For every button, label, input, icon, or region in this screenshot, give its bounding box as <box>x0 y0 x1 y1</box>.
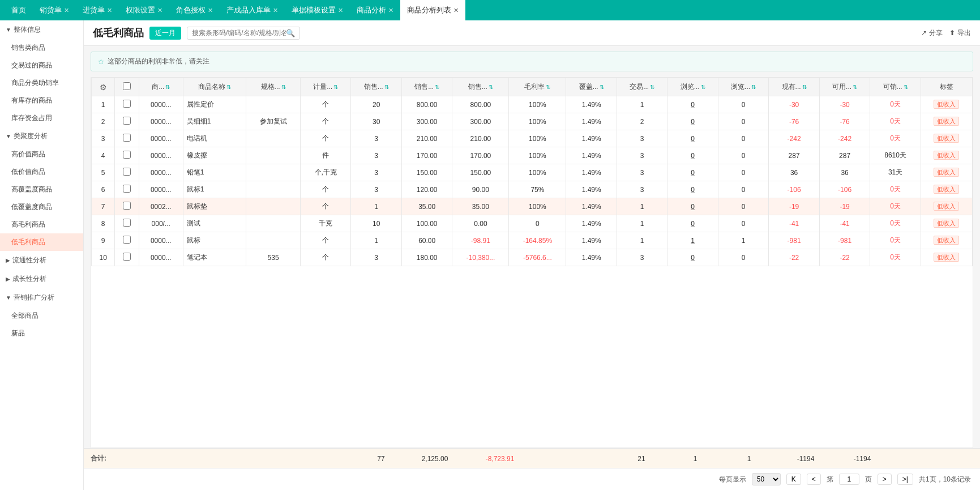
page-number-input[interactable] <box>839 474 859 485</box>
sidebar-item-high-margin[interactable]: 高毛利商品 <box>0 216 83 233</box>
row-checkbox[interactable] <box>115 215 139 232</box>
last-page-button[interactable]: >| <box>897 474 913 485</box>
close-icon[interactable]: ✕ <box>208 7 213 14</box>
col-code[interactable]: 商...⇅ <box>139 78 183 96</box>
total-profit: -8,723.91 <box>474 455 525 463</box>
row-checkbox[interactable] <box>115 249 139 266</box>
sidebar-item-capital[interactable]: 库存资金占用 <box>0 109 83 127</box>
col-settings[interactable]: ⚙ <box>92 78 115 96</box>
col-name[interactable]: 商品名称⇅ <box>183 78 246 96</box>
row-checkbox[interactable] <box>115 232 139 249</box>
sidebar-item-high-value[interactable]: 高价值商品 <box>0 146 83 163</box>
close-icon[interactable]: ✕ <box>453 7 459 14</box>
top-navigation: 首页 销货单 ✕ 进货单 ✕ 权限设置 ✕ 角色授权 ✕ 产成品入库单 ✕ 单据… <box>0 0 980 20</box>
nav-permission[interactable]: 权限设置 ✕ <box>119 0 169 20</box>
row-view1[interactable]: 1 <box>667 232 718 249</box>
select-all-checkbox[interactable] <box>123 82 131 90</box>
sidebar-section-marketing[interactable]: ▼ 营销推广分析 <box>0 288 83 307</box>
nav-home[interactable]: 首页 <box>5 0 33 20</box>
row-select-checkbox[interactable] <box>123 236 131 244</box>
row-select-checkbox[interactable] <box>123 151 131 159</box>
row-checkbox[interactable] <box>115 181 139 198</box>
row-checkbox[interactable] <box>115 147 139 164</box>
close-icon[interactable]: ✕ <box>107 7 112 14</box>
col-gross-rate[interactable]: 毛利率⇅ <box>509 78 566 96</box>
row-select-checkbox[interactable] <box>123 202 131 210</box>
close-icon[interactable]: ✕ <box>338 7 343 14</box>
nav-product-analysis-list[interactable]: 商品分析列表 ✕ <box>400 0 465 20</box>
prev-page-button[interactable]: < <box>807 474 821 485</box>
col-amount[interactable]: 销售...⇅ <box>401 78 452 96</box>
col-view2[interactable]: 浏览...⇅ <box>718 78 768 96</box>
col-profit[interactable]: 销售...⇅ <box>452 78 509 96</box>
first-page-button[interactable]: K <box>786 474 801 485</box>
sidebar-section-growth[interactable]: ▶ 成长性分析 <box>0 270 83 288</box>
col-spec[interactable]: 规格...⇅ <box>246 78 301 96</box>
row-code: 0000... <box>139 232 183 249</box>
row-gross-rate: -5766.6... <box>509 249 566 266</box>
row-view1[interactable]: 0 <box>667 215 718 232</box>
row-checkbox[interactable] <box>115 96 139 113</box>
col-unit[interactable]: 计量...⇅ <box>300 78 350 96</box>
nav-purchase[interactable]: 进货单 ✕ <box>76 0 119 20</box>
page-size-select[interactable]: 50 100 200 <box>752 473 781 485</box>
sidebar-item-traded-products[interactable]: 交易过的商品 <box>0 57 83 74</box>
col-trade[interactable]: 交易...⇅ <box>617 78 667 96</box>
row-select-checkbox[interactable] <box>123 219 131 227</box>
row-checkbox[interactable] <box>115 113 139 130</box>
col-saleable[interactable]: 可销...⇅ <box>870 78 921 96</box>
row-view1[interactable]: 0 <box>667 130 718 147</box>
row-view1[interactable]: 0 <box>667 198 718 215</box>
row-view1[interactable]: 0 <box>667 249 718 266</box>
nav-sales[interactable]: 销货单 ✕ <box>33 0 76 20</box>
close-icon[interactable]: ✕ <box>273 7 278 14</box>
export-button[interactable]: ⬆ 导出 <box>949 28 971 38</box>
row-select-checkbox[interactable] <box>123 100 131 108</box>
col-view1[interactable]: 浏览...⇅ <box>667 78 718 96</box>
nav-template[interactable]: 单据模板设置 ✕ <box>285 0 350 20</box>
nav-product-analysis[interactable]: 商品分析 ✕ <box>350 0 400 20</box>
share-button[interactable]: ↗ 分享 <box>921 28 943 38</box>
sidebar-item-low-margin[interactable]: 低毛利商品 <box>0 233 83 251</box>
row-select-checkbox[interactable] <box>123 117 131 125</box>
sidebar-item-low-value[interactable]: 低价值商品 <box>0 163 83 181</box>
close-icon[interactable]: ✕ <box>388 7 393 14</box>
col-tag[interactable]: 标签 <box>921 78 972 96</box>
sidebar-item-sales-products[interactable]: 销售类商品 <box>0 39 83 57</box>
search-icon[interactable]: 🔍 <box>286 29 295 37</box>
search-input[interactable] <box>192 29 286 37</box>
row-view1[interactable]: 0 <box>667 96 718 113</box>
row-view1[interactable]: 0 <box>667 164 718 181</box>
close-icon[interactable]: ✕ <box>64 7 69 14</box>
col-checkbox[interactable] <box>115 78 139 96</box>
period-button[interactable]: 近一月 <box>149 27 181 40</box>
sidebar-item-all-products[interactable]: 全部商品 <box>0 307 83 325</box>
sidebar-section-overall[interactable]: ▼ 整体信息 <box>0 20 83 39</box>
row-view1[interactable]: 0 <box>667 147 718 164</box>
row-select-checkbox[interactable] <box>123 185 131 193</box>
row-checkbox[interactable] <box>115 130 139 147</box>
col-coverage[interactable]: 覆盖...⇅ <box>566 78 617 96</box>
nav-product-entry[interactable]: 产成品入库单 ✕ <box>220 0 285 20</box>
row-view1[interactable]: 0 <box>667 113 718 130</box>
col-qty[interactable]: 销售...⇅ <box>351 78 401 96</box>
col-current[interactable]: 现有...⇅ <box>769 78 819 96</box>
sidebar-item-category-rate[interactable]: 商品分类助销率 <box>0 74 83 92</box>
row-select-checkbox[interactable] <box>123 253 131 261</box>
col-available[interactable]: 可用...⇅ <box>819 78 870 96</box>
row-select-checkbox[interactable] <box>123 134 131 142</box>
sidebar-item-new-products[interactable]: 新品 <box>0 325 83 342</box>
sidebar-item-stock-products[interactable]: 有库存的商品 <box>0 92 83 109</box>
sidebar-item-high-coverage[interactable]: 高覆盖度商品 <box>0 181 83 198</box>
sidebar-section-liquidity[interactable]: ▶ 流通性分析 <box>0 251 83 270</box>
row-checkbox[interactable] <box>115 164 139 181</box>
close-icon[interactable]: ✕ <box>157 7 162 14</box>
sidebar-section-cluster[interactable]: ▼ 类聚度分析 <box>0 127 83 146</box>
next-page-button[interactable]: > <box>878 474 892 485</box>
nav-role[interactable]: 角色授权 ✕ <box>169 0 220 20</box>
sidebar-item-low-coverage[interactable]: 低覆盖度商品 <box>0 198 83 216</box>
row-view1[interactable]: 0 <box>667 181 718 198</box>
row-select-checkbox[interactable] <box>123 168 131 176</box>
settings-icon[interactable]: ⚙ <box>100 83 107 92</box>
row-checkbox[interactable] <box>115 198 139 215</box>
